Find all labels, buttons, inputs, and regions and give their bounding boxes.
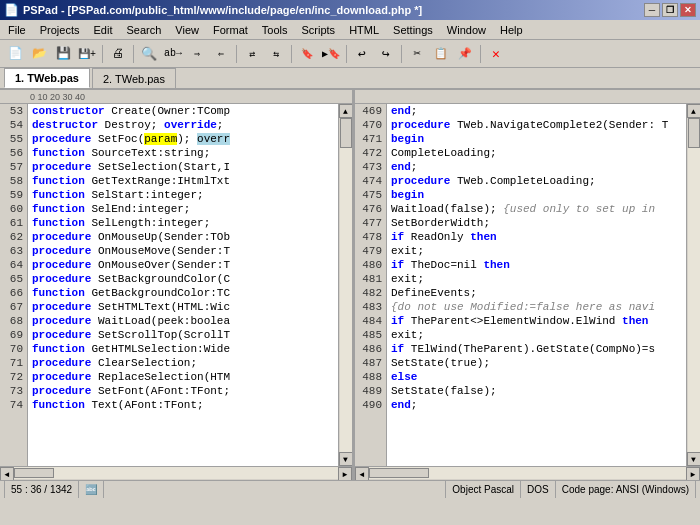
left-scroll-track[interactable]: [340, 118, 352, 452]
left-line-numbers: 53 54 55 56 57 58 59 60 61 62 63 64 65 6…: [0, 104, 28, 466]
left-scroll-up[interactable]: ▲: [339, 104, 353, 118]
menu-settings[interactable]: Settings: [387, 22, 439, 38]
right-hscroll-thumb[interactable]: [369, 468, 429, 478]
title-text: PSPad - [PSPad.com/public_html/www/inclu…: [23, 4, 422, 16]
cursor-position: 55 : 36 / 1342: [4, 481, 79, 498]
tabs: 1. TWeb.pas 2. TWeb.pas: [0, 68, 700, 90]
encoding-icon: 🔤: [79, 481, 104, 498]
left-pane: 0 10 20 30 40 53 54 55 56 57 58 59 60 61…: [0, 90, 355, 480]
codepage-indicator: Code page: ANSI (Windows): [556, 481, 696, 498]
search-button[interactable]: 🔍: [138, 43, 160, 65]
tab-1[interactable]: 1. TWeb.pas: [4, 68, 90, 88]
close-button[interactable]: ✕: [680, 3, 696, 17]
right-hscroll-right[interactable]: ►: [686, 467, 700, 480]
menu-search[interactable]: Search: [120, 22, 167, 38]
restore-button[interactable]: ❐: [662, 3, 678, 17]
left-hscroll-track[interactable]: [14, 467, 338, 479]
left-code-area[interactable]: 53 54 55 56 57 58 59 60 61 62 63 64 65 6…: [0, 104, 352, 466]
menubar: File Projects Edit Search View Format To…: [0, 20, 700, 40]
statusbar: 55 : 36 / 1342 🔤 Object Pascal DOS Code …: [0, 480, 700, 498]
bookmarks-button[interactable]: 🔖: [296, 43, 318, 65]
menu-edit[interactable]: Edit: [87, 22, 118, 38]
redo-button[interactable]: ↪: [375, 43, 397, 65]
right-scroll-track[interactable]: [688, 118, 700, 452]
menu-html[interactable]: HTML: [343, 22, 385, 38]
right-vscrollbar[interactable]: ▲ ▼: [686, 104, 700, 466]
cut-button[interactable]: ✂: [406, 43, 428, 65]
toolbar-sep5: [346, 45, 347, 63]
toolbar-sep7: [480, 45, 481, 63]
paste-button[interactable]: 📌: [454, 43, 476, 65]
right-pane: 469 470 471 472 473 474 475 476 477 478 …: [355, 90, 700, 480]
tab-2[interactable]: 2. TWeb.pas: [92, 68, 176, 88]
toolbar: 📄 📂 💾 💾+ 🖨 🔍 ab→ ⇒ ⇐ ⇄ ⇆ 🔖 ▶🔖 ↩ ↪ ✂ 📋 📌 …: [0, 40, 700, 68]
menu-view[interactable]: View: [169, 22, 205, 38]
menu-window[interactable]: Window: [441, 22, 492, 38]
right-code[interactable]: end; procedure TWeb.NavigateComplete2(Se…: [387, 104, 686, 466]
right-hscroll-left[interactable]: ◄: [355, 467, 369, 480]
close-file-button[interactable]: ✕: [485, 43, 507, 65]
editor-area: 0 10 20 30 40 53 54 55 56 57 58 59 60 61…: [0, 90, 700, 480]
titlebar: 📄 PSPad - [PSPad.com/public_html/www/inc…: [0, 0, 700, 20]
menu-file[interactable]: File: [2, 22, 32, 38]
left-scroll-down[interactable]: ▼: [339, 452, 353, 466]
dos-indicator: DOS: [521, 481, 556, 498]
menu-help[interactable]: Help: [494, 22, 529, 38]
toolbar-sep4: [291, 45, 292, 63]
right-code-area[interactable]: 469 470 471 472 473 474 475 476 477 478 …: [355, 104, 700, 466]
undo-button[interactable]: ↩: [351, 43, 373, 65]
right-hscroll-track[interactable]: [369, 467, 686, 479]
ruler-right: [355, 90, 700, 104]
right-scroll-up[interactable]: ▲: [687, 104, 701, 118]
find-next-button[interactable]: ⇒: [186, 43, 208, 65]
menu-tools[interactable]: Tools: [256, 22, 294, 38]
print-button[interactable]: 🖨: [107, 43, 129, 65]
open-button[interactable]: 📂: [28, 43, 50, 65]
sync2-button[interactable]: ⇆: [265, 43, 287, 65]
toolbar-sep3: [236, 45, 237, 63]
minimize-button[interactable]: ─: [644, 3, 660, 17]
save-button[interactable]: 💾: [52, 43, 74, 65]
find-prev-button[interactable]: ⇐: [210, 43, 232, 65]
right-hscrollbar[interactable]: ◄ ►: [355, 466, 700, 480]
app-icon: 📄: [4, 3, 19, 17]
menu-projects[interactable]: Projects: [34, 22, 86, 38]
right-scroll-down[interactable]: ▼: [687, 452, 701, 466]
left-hscrollbar[interactable]: ◄ ►: [0, 466, 352, 480]
replace-button[interactable]: ab→: [162, 43, 184, 65]
left-code[interactable]: constructor Create(Owner:TComp destructo…: [28, 104, 338, 466]
left-hscroll-right[interactable]: ►: [338, 467, 352, 480]
new-button[interactable]: 📄: [4, 43, 26, 65]
sync-button[interactable]: ⇄: [241, 43, 263, 65]
copy-button[interactable]: 📋: [430, 43, 452, 65]
menu-format[interactable]: Format: [207, 22, 254, 38]
left-vscrollbar[interactable]: ▲ ▼: [338, 104, 352, 466]
menu-scripts[interactable]: Scripts: [296, 22, 342, 38]
right-scroll-thumb[interactable]: [688, 118, 700, 148]
titlebar-controls: ─ ❐ ✕: [644, 3, 696, 17]
save-all-button[interactable]: 💾+: [76, 43, 98, 65]
left-hscroll-thumb[interactable]: [14, 468, 54, 478]
toolbar-sep2: [133, 45, 134, 63]
ruler-left: 0 10 20 30 40: [0, 90, 352, 104]
left-hscroll-left[interactable]: ◄: [0, 467, 14, 480]
titlebar-left: 📄 PSPad - [PSPad.com/public_html/www/inc…: [4, 3, 422, 17]
right-line-numbers: 469 470 471 472 473 474 475 476 477 478 …: [355, 104, 387, 466]
left-scroll-thumb[interactable]: [340, 118, 352, 148]
toolbar-sep1: [102, 45, 103, 63]
toolbar-sep6: [401, 45, 402, 63]
bookmark-next-button[interactable]: ▶🔖: [320, 43, 342, 65]
language-indicator: Object Pascal: [445, 481, 521, 498]
